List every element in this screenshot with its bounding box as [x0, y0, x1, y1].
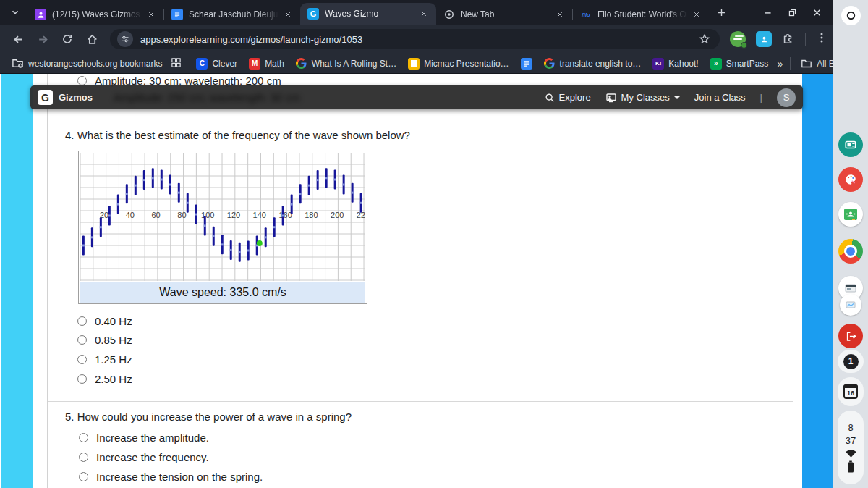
- bookmark-micmac[interactable]: Micmac Presentatio…: [405, 56, 511, 71]
- forward-icon: [37, 33, 49, 46]
- tab-close-icon[interactable]: [417, 7, 430, 20]
- extension-profile-icon[interactable]: [756, 31, 772, 47]
- svg-text:40: 40: [126, 211, 135, 219]
- calendar-icon: 16: [843, 384, 858, 399]
- radio-button[interactable]: [77, 355, 87, 364]
- tab-search-button[interactable]: [4, 2, 26, 22]
- back-button[interactable]: [7, 28, 29, 50]
- my-classes-button[interactable]: My Classes: [605, 92, 680, 104]
- avatar[interactable]: S: [777, 88, 796, 107]
- option-q4-1[interactable]: 0.40 Hz: [77, 315, 132, 327]
- tab-schear-doc[interactable]: Schear Jaschub Dieujuste -: [164, 4, 300, 25]
- radio-button[interactable]: [79, 433, 88, 442]
- close-window-button[interactable]: [807, 3, 826, 22]
- bookmark-kahoot[interactable]: K! Kahoot!: [650, 56, 701, 71]
- join-class-button[interactable]: Join a Class: [694, 92, 746, 103]
- google-g-icon: [296, 58, 307, 70]
- shelf-app-palette-icon[interactable]: [838, 167, 863, 192]
- tab-title: Filo Student: World's Only Li: [597, 9, 687, 20]
- kahoot-icon: K!: [652, 58, 664, 70]
- option-label: Increase the amplitude.: [96, 432, 209, 444]
- star-icon: [699, 33, 710, 45]
- apps-grid-icon: [171, 57, 182, 68]
- forward-button[interactable]: [32, 28, 54, 50]
- explore-button[interactable]: Explore: [545, 92, 591, 103]
- tab-waves-gizmo-active[interactable]: G Waves Gizmo: [300, 3, 436, 25]
- option-q5-3[interactable]: Increase the tension on the spring.: [79, 471, 263, 483]
- option-q4-3[interactable]: 1.25 Hz: [77, 353, 132, 366]
- radio-button[interactable]: [79, 453, 88, 462]
- svg-text:200: 200: [331, 211, 344, 219]
- option-label: 0.85 Hz: [95, 334, 132, 346]
- folder-icon: [801, 58, 812, 70]
- classes-icon: [605, 92, 617, 104]
- radio-button[interactable]: [77, 374, 87, 384]
- puzzle-icon: [782, 31, 795, 44]
- extensions-puzzle-button[interactable]: [782, 31, 795, 47]
- bookmark-translate[interactable]: translate english to…: [541, 56, 644, 71]
- page-content: Amplitude: 30 cm; wavelength: 200 cm G G…: [0, 74, 833, 488]
- apps-grid-button[interactable]: [171, 57, 182, 70]
- chevron-down-icon: [10, 7, 20, 17]
- browser-toolbar: apps.explorelearning.com/gizmos/launch-g…: [0, 25, 833, 54]
- bookmark-managed-folder[interactable]: westorangeschools.org bookmarks: [9, 56, 165, 71]
- bookmark-clever[interactable]: C Clever: [193, 56, 240, 71]
- radio-button[interactable]: [77, 335, 87, 345]
- address-bar[interactable]: apps.explorelearning.com/gizmos/launch-g…: [110, 29, 720, 49]
- shelf-app-classroom-icon[interactable]: [838, 202, 863, 227]
- option-label: Increase the tension on the spring.: [96, 471, 263, 483]
- new-tab-button[interactable]: [712, 3, 731, 22]
- notification-pill[interactable]: 1: [838, 350, 864, 373]
- bookmark-smartpass[interactable]: » SmartPass: [707, 56, 772, 71]
- option-label: 0.40 Hz: [95, 315, 132, 327]
- option-label: 1.25 Hz: [95, 353, 132, 366]
- bookmark-label: Micmac Presentatio…: [424, 59, 509, 69]
- tab-new-tab[interactable]: New Tab: [436, 4, 572, 25]
- tab-close-icon[interactable]: [553, 8, 566, 21]
- bookmark-star-button[interactable]: [697, 31, 712, 47]
- option-q4-2[interactable]: 0.85 Hz: [77, 334, 132, 346]
- minimize-button[interactable]: [758, 3, 777, 22]
- bookmark-label: translate english to…: [560, 59, 642, 69]
- bookmark-label: Math: [265, 59, 284, 69]
- exit-icon: [845, 330, 857, 342]
- tab-title: Waves Gizmo: [325, 9, 414, 19]
- svg-text:140: 140: [253, 211, 266, 219]
- tab-close-icon[interactable]: [690, 8, 703, 21]
- gizmos-brand[interactable]: Gizmos: [59, 92, 93, 103]
- extension-green-icon[interactable]: [730, 31, 746, 47]
- quiz-panel-right-border: [793, 74, 793, 488]
- radio-button[interactable]: [79, 472, 88, 481]
- restore-button[interactable]: [783, 3, 801, 22]
- svg-text:80: 80: [177, 211, 186, 219]
- site-settings-icon[interactable]: [117, 31, 133, 47]
- browser-window: (12/15) Waves Gizmos Schear Jaschub Dieu…: [0, 0, 833, 488]
- option-q5-2[interactable]: Increase the frequency.: [79, 451, 209, 463]
- tab-filo-student[interactable]: filo Filo Student: World's Only Li: [573, 4, 709, 25]
- status-tray[interactable]: 8 37: [838, 411, 864, 484]
- shelf-window-preview-2[interactable]: [840, 294, 861, 316]
- tab-close-icon[interactable]: [281, 8, 294, 21]
- browser-menu-button[interactable]: [816, 32, 827, 46]
- radio-button[interactable]: [77, 316, 87, 326]
- explore-label: Explore: [559, 92, 591, 103]
- reload-button[interactable]: [56, 28, 78, 50]
- shelf-status-button[interactable]: [841, 6, 861, 25]
- svg-text:100: 100: [201, 211, 214, 219]
- shelf-signout-button[interactable]: [838, 324, 863, 348]
- shelf-app-chrome-icon[interactable]: [838, 239, 863, 264]
- shelf-app-cards-icon[interactable]: [838, 132, 863, 157]
- tab-waves-gizmos-quiz[interactable]: (12/15) Waves Gizmos: [27, 4, 163, 25]
- bookmark-math[interactable]: M Math: [246, 56, 287, 71]
- reload-icon: [61, 33, 73, 45]
- option-q5-1[interactable]: Increase the amplitude.: [79, 432, 209, 444]
- home-button[interactable]: [81, 28, 103, 50]
- bookmarks-overflow-button[interactable]: »: [777, 58, 783, 70]
- question-4-text: 4. What is the best estimate of the freq…: [65, 129, 410, 141]
- calendar-pill[interactable]: 16: [838, 377, 864, 406]
- bookmark-doc[interactable]: [518, 56, 535, 71]
- option-q4-4[interactable]: 2.50 Hz: [77, 373, 132, 385]
- clock-minute: 37: [846, 435, 856, 446]
- tab-close-icon[interactable]: [145, 8, 158, 21]
- bookmark-rolling-st[interactable]: What Is A Rolling St…: [293, 56, 399, 71]
